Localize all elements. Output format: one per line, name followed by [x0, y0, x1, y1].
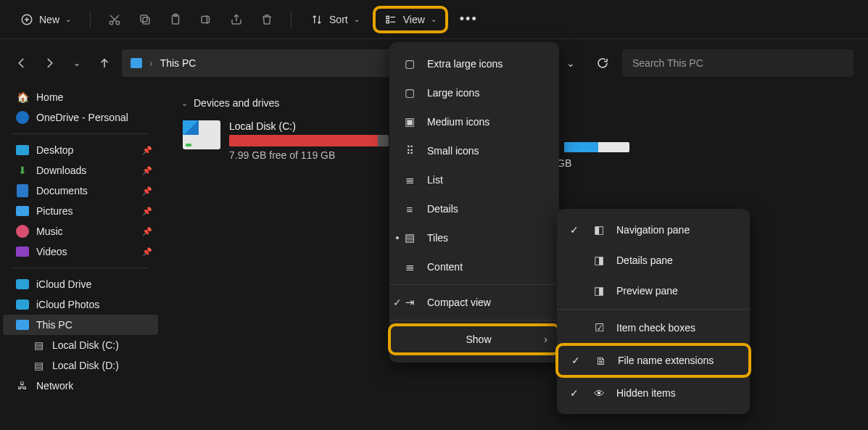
show-item-preview-pane[interactable]: ◨ Preview pane	[557, 276, 750, 306]
pin-icon: 📌	[142, 186, 152, 196]
recent-locations-button[interactable]: ⌄	[67, 53, 87, 73]
view-menu-item-xl-icons[interactable]: ▢ Extra large icons	[389, 49, 559, 78]
separator	[13, 268, 148, 268]
view-menu: ▢ Extra large icons ▢ Large icons ▣ Medi…	[389, 42, 559, 363]
label: Large icons	[427, 87, 479, 99]
cut-icon[interactable]	[102, 7, 127, 32]
view-menu-item-show[interactable]: Show ›	[388, 323, 561, 355]
svg-rect-8	[387, 16, 389, 18]
address-dropdown[interactable]: ⌄	[558, 49, 583, 77]
sidebar-item-videos[interactable]: Videos 📌	[3, 241, 158, 262]
rename-icon[interactable]	[194, 7, 218, 32]
view-menu-item-list[interactable]: ≣ List	[389, 165, 559, 194]
label: Navigation pane	[616, 224, 690, 236]
view-menu-item-details[interactable]: ≡ Details	[389, 194, 559, 223]
check-icon: ✓	[569, 355, 583, 366]
sidebar-item-icloud-photos[interactable]: iCloud Photos	[3, 294, 158, 315]
sidebar-item-home[interactable]: 🏠 Home	[3, 87, 158, 107]
content-icon: ≣	[402, 260, 417, 273]
label: Videos	[36, 246, 67, 257]
svg-rect-9	[387, 20, 389, 22]
chevron-down-icon: ⌄	[431, 15, 437, 23]
paste-icon[interactable]	[163, 7, 188, 32]
show-item-details-pane[interactable]: ◨ Details pane	[557, 245, 750, 276]
xl-icons-icon: ▢	[402, 57, 417, 70]
view-menu-item-compact[interactable]: ✓ ⇥ Compact view	[389, 288, 559, 317]
downloads-icon: ⬇	[16, 164, 29, 177]
view-menu-item-lg-icons[interactable]: ▢ Large icons	[389, 78, 559, 107]
more-button[interactable]: •••	[454, 12, 484, 27]
eye-icon: 👁	[592, 387, 606, 400]
sidebar-item-downloads[interactable]: ⬇ Downloads 📌	[3, 160, 158, 181]
sidebar-item-pictures[interactable]: Pictures 📌	[3, 201, 158, 221]
svg-rect-3	[143, 17, 149, 24]
pin-icon: 📌	[142, 207, 152, 216]
drive-free-text: 7.99 GB free of 119 GB	[229, 149, 389, 161]
sidebar-item-network[interactable]: 🖧 Network	[3, 376, 158, 396]
new-button[interactable]: New ⌄	[13, 10, 78, 29]
view-menu-item-sm-icons[interactable]: ⠿ Small icons	[389, 136, 559, 165]
sidebar-item-icloud-drive[interactable]: iCloud Drive	[3, 274, 158, 294]
show-item-navigation-pane[interactable]: ✓ ◧ Navigation pane	[557, 215, 750, 245]
search-input[interactable]: Search This PC	[622, 49, 853, 77]
sidebar-item-this-pc[interactable]: This PC	[3, 315, 158, 335]
sidebar-item-disk-c[interactable]: ▤ Local Disk (C:)	[3, 335, 158, 355]
sidebar-item-disk-d[interactable]: ▤ Local Disk (D:)	[3, 355, 158, 376]
view-icon	[384, 13, 397, 26]
sm-icons-icon: ⠿	[402, 144, 417, 157]
label: Item check boxes	[616, 322, 695, 334]
delete-icon[interactable]	[255, 7, 279, 32]
drive-item-c[interactable]: Local Disk (C:) 7.99 GB free of 119 GB	[178, 116, 403, 165]
label: Extra large icons	[427, 58, 503, 70]
show-item-hidden-items[interactable]: ✓ 👁 Hidden items	[557, 378, 750, 408]
lg-icons-icon: ▢	[402, 86, 417, 99]
pictures-icon	[16, 204, 29, 218]
label: Pictures	[36, 205, 73, 217]
new-label: New	[39, 14, 59, 25]
back-button[interactable]	[12, 53, 32, 73]
sidebar-item-music[interactable]: Music 📌	[3, 221, 158, 241]
disk-icon: ▤	[32, 339, 45, 352]
label: Content	[427, 261, 463, 273]
view-menu-item-md-icons[interactable]: ▣ Medium icons	[389, 107, 559, 136]
desktop-icon	[16, 144, 29, 157]
forward-button[interactable]	[39, 53, 59, 73]
copy-icon[interactable]	[133, 7, 157, 32]
breadcrumb-location[interactable]: This PC	[160, 57, 197, 69]
videos-icon	[16, 245, 29, 258]
label: Local Disk (D:)	[52, 360, 119, 371]
pin-icon: 📌	[142, 247, 152, 257]
label: iCloud Drive	[36, 278, 91, 290]
label: Preview pane	[616, 285, 678, 297]
share-icon[interactable]	[224, 7, 249, 32]
pane-icon: ◨	[592, 254, 606, 267]
view-label: View	[403, 14, 425, 25]
show-submenu: ✓ ◧ Navigation pane ◨ Details pane ◨ Pre…	[557, 209, 750, 414]
sort-button[interactable]: Sort ⌄	[303, 10, 367, 29]
pane-icon: ◧	[592, 223, 606, 236]
view-menu-item-tiles[interactable]: • ▤ Tiles	[389, 223, 559, 252]
separator	[13, 133, 148, 134]
view-menu-item-content[interactable]: ≣ Content	[389, 252, 559, 281]
sidebar-item-desktop[interactable]: Desktop 📌	[3, 140, 158, 160]
sidebar-item-documents[interactable]: Documents 📌	[3, 181, 158, 201]
refresh-button[interactable]	[590, 49, 615, 77]
disk-icon: ▤	[32, 359, 45, 372]
chevron-down-icon: ⌄	[181, 99, 188, 108]
check-icon: ✓	[567, 387, 582, 399]
label: iCloud Photos	[36, 299, 99, 310]
check-icon: ✓	[567, 224, 582, 236]
view-button[interactable]: View ⌄	[380, 10, 441, 29]
label: Home	[36, 91, 63, 103]
up-button[interactable]	[94, 53, 115, 73]
details-icon: ≡	[402, 203, 417, 215]
this-pc-icon	[131, 58, 142, 68]
pin-icon: 📌	[142, 166, 152, 175]
label: OneDrive - Personal	[36, 112, 128, 123]
show-item-file-extensions[interactable]: ✓ 🗎 File name extensions	[555, 343, 751, 378]
sidebar-item-onedrive[interactable]: OneDrive - Personal	[3, 107, 158, 128]
pin-icon: 📌	[142, 146, 152, 155]
command-bar: New ⌄ Sort ⌄ View ⌄	[0, 0, 868, 39]
show-item-check-boxes[interactable]: ☑ Item check boxes	[557, 313, 750, 343]
chevron-down-icon: ⌄	[354, 15, 360, 23]
